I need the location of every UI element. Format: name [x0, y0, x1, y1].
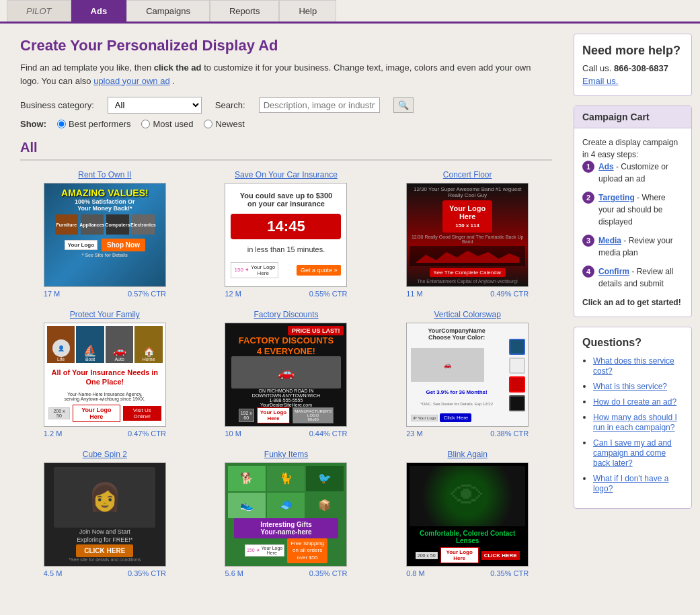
ad-title-factory-discounts[interactable]: Factory Discounts: [254, 310, 318, 319]
ad-card-funky-items: Funky Items 🐕 🐈 🐦 👟 🧢 📦 Interesting Gift…: [202, 450, 371, 577]
question-5: Can I save my ad and campaign and come b…: [593, 438, 683, 468]
desc-text-1: Find an ad template you like, then: [20, 63, 154, 73]
ad-impressions-rent-to-own: 17 M: [44, 290, 60, 298]
ad-impressions-blink-again: 0.8 M: [406, 569, 425, 577]
ad-impressions-car-insurance: 12 M: [225, 290, 241, 298]
search-button[interactable]: 🔍: [393, 97, 414, 113]
ad-card-blink-again: Blink Again 👁 Comfortable, Colored Conta…: [383, 450, 552, 577]
campaign-cta: Click an ad to get started!: [582, 296, 683, 309]
ad-ctr-factory-discounts: 0.44% CTR: [309, 429, 348, 438]
page-description: Find an ad template you like, then click…: [20, 61, 552, 87]
show-most-radio[interactable]: [141, 120, 150, 128]
show-most-used[interactable]: Most used: [141, 119, 193, 129]
question-1: What does this service cost?: [593, 356, 683, 376]
category-label: Business category:: [20, 100, 94, 110]
search-input[interactable]: [259, 97, 380, 113]
help-phone: Call us. 866-308-6837: [582, 63, 683, 73]
ad-impressions-protect-family: 1.2 M: [44, 429, 63, 438]
ad-ctr-cube-spin: 0.35% CTR: [128, 569, 166, 577]
search-label: Search:: [215, 100, 245, 110]
ad-ctr-funky-items: 0.35% CTR: [309, 569, 348, 577]
page-title: Create Your Personalized Display Ad: [20, 37, 552, 54]
ad-stats-car-insurance: 12 M 0.55% CTR: [225, 290, 347, 298]
ad-card-rent-to-own: Rent To Own II AMAZING VALUES! 100% Sati…: [20, 170, 190, 298]
ad-impressions-cube-spin: 4.5 M: [44, 569, 63, 577]
desc-bold: click the ad: [154, 63, 202, 73]
step-targeting-link[interactable]: Targeting: [598, 193, 635, 202]
campaign-cart-intro: Create a display campaign in 4 easy step…: [582, 136, 683, 161]
campaign-cart-header: Campaign Cart: [574, 106, 691, 128]
ad-image-vertical-colorswap[interactable]: YourCompanyNameChoose Your Color: 🚗 Get …: [406, 323, 529, 427]
ad-title-funky-items[interactable]: Funky Items: [264, 450, 308, 459]
ad-stats-cube-spin: 4.5 M 0.35% CTR: [44, 569, 166, 577]
campaign-step-4: 4 Confirm - Review all details and submi…: [582, 265, 683, 290]
ad-image-car-insurance[interactable]: You could save up to $300on your car ins…: [225, 183, 347, 287]
ad-card-car-insurance: Save On Your Car Insurance You could sav…: [202, 170, 371, 298]
ad-stats-vertical-colorswap: 23 M 0.38% CTR: [406, 429, 529, 438]
ad-image-factory-discounts[interactable]: PRICE US LAST! FACTORY DISCOUNTS4 EVERYO…: [225, 323, 347, 427]
show-row: Show: Best performers Most used Newest: [20, 119, 552, 129]
campaign-cart-body: Create a display campaign in 4 easy step…: [574, 128, 691, 317]
desc-end: .: [172, 76, 175, 86]
nav-tab-ads[interactable]: Ads: [71, 0, 127, 22]
show-newest-label: Newest: [215, 119, 244, 129]
nav-tab-help[interactable]: Help: [279, 0, 336, 22]
show-newest[interactable]: Newest: [204, 119, 244, 129]
ad-stats-rent-to-own: 17 M 0.57% CTR: [44, 290, 166, 298]
ad-impressions-funky-items: 5.6 M: [225, 569, 243, 577]
ad-image-rent-to-own[interactable]: AMAZING VALUES! 100% Satisfaction Or You…: [44, 183, 166, 287]
ad-title-cube-spin[interactable]: Cube Spin 2: [83, 450, 127, 459]
ad-card-factory-discounts: Factory Discounts PRICE US LAST! FACTORY…: [202, 310, 371, 438]
sidebar: Need more help? Call us. 866-308-6837 Em…: [566, 24, 700, 591]
question-5-link[interactable]: Can I save my ad and campaign and come b…: [593, 438, 672, 468]
nav-tab-reports[interactable]: Reports: [210, 0, 280, 22]
step-num-3: 3: [582, 235, 594, 247]
upload-own-ad-link[interactable]: upload your own ad: [93, 76, 169, 86]
ad-card-cube-spin: Cube Spin 2 👩 Join Now and StartExplorin…: [20, 450, 190, 577]
question-4-link[interactable]: How many ads should I run in each campai…: [593, 413, 677, 432]
ad-ctr-rent-to-own: 0.57% CTR: [128, 290, 166, 298]
campaign-steps-list: 1 Ads - Customize or upload an ad 2 Targ…: [582, 161, 683, 290]
show-newest-radio[interactable]: [204, 120, 212, 128]
campaign-step-2: 2 Targeting - Where your ad should be di…: [582, 192, 683, 228]
show-best-performers[interactable]: Best performers: [57, 119, 130, 129]
question-3-link[interactable]: How do I create an ad?: [593, 397, 676, 407]
ad-title-blink-again[interactable]: Blink Again: [447, 450, 487, 459]
nav-tab-campaigns[interactable]: Campaigns: [126, 0, 210, 22]
call-us-label: Call us.: [582, 63, 611, 73]
ad-ctr-blink-again: 0.35% CTR: [490, 569, 529, 577]
step-confirm-link[interactable]: Confirm: [598, 267, 629, 276]
question-6: What if I don't have a logo?: [593, 473, 683, 493]
show-most-label: Most used: [153, 119, 193, 129]
step-media-link[interactable]: Media: [598, 236, 621, 245]
category-select[interactable]: All: [108, 97, 202, 114]
filters-row: Business category: All Search: 🔍: [20, 97, 552, 114]
ad-stats-protect-family: 1.2 M 0.47% CTR: [44, 429, 166, 438]
show-best-radio[interactable]: [57, 120, 66, 128]
ad-title-vertical-colorswap[interactable]: Vertical Colorswap: [434, 310, 500, 319]
ad-ctr-car-insurance: 0.55% CTR: [309, 290, 348, 298]
step-4-content: Confirm - Review all details and submit: [598, 265, 683, 290]
step-3-content: Media - Review your media plan: [598, 235, 683, 259]
question-4: How many ads should I run in each campai…: [593, 412, 683, 432]
email-us-link[interactable]: Email us.: [582, 76, 618, 86]
ad-stats-funky-items: 5.6 M 0.35% CTR: [225, 569, 347, 577]
ad-title-protect-family[interactable]: Protect Your Family: [70, 310, 140, 319]
ad-title-concert-floor[interactable]: Concert Floor: [443, 170, 492, 179]
nav-tab-pilot[interactable]: PILOT: [7, 0, 71, 22]
ad-title-rent-to-own[interactable]: Rent To Own II: [78, 170, 131, 179]
ad-image-concert-floor[interactable]: 12/30 Your Super Awesome Band #1 w/guest…: [406, 183, 529, 287]
ad-image-funky-items[interactable]: 🐕 🐈 🐦 👟 🧢 📦 Interesting GiftsYour-name-h…: [225, 462, 347, 567]
ad-image-protect-family[interactable]: 👤 Life ⛵ Boat 🚗 Auto: [44, 323, 166, 427]
ad-image-blink-again[interactable]: 👁 Comfortable, Colored Contact Lenses 20…: [406, 462, 529, 567]
step-ads-link[interactable]: Ads: [598, 162, 614, 171]
step-1-content: Ads - Customize or upload an ad: [598, 161, 683, 185]
question-6-link[interactable]: What if I don't have a logo?: [593, 474, 668, 493]
ad-grid: Rent To Own II AMAZING VALUES! 100% Sati…: [20, 170, 552, 577]
question-3: How do I create an ad?: [593, 397, 683, 407]
ad-title-car-insurance[interactable]: Save On Your Car Insurance: [235, 170, 338, 179]
phone-number: 866-308-6837: [614, 63, 668, 73]
question-2-link[interactable]: What is this service?: [593, 382, 667, 391]
ad-image-cube-spin[interactable]: 👩 Join Now and StartExploring for FREE!*…: [44, 462, 166, 567]
question-1-link[interactable]: What does this service cost?: [593, 356, 674, 376]
